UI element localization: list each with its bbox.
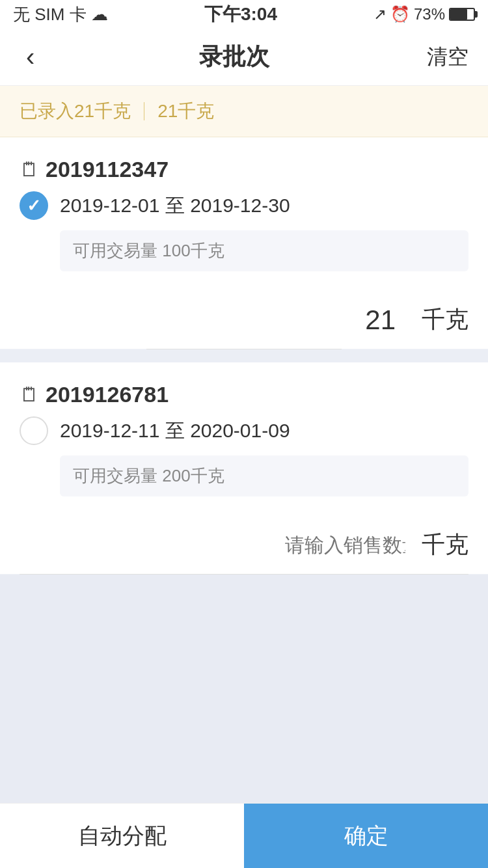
confirm-button[interactable]: 确定 [244, 804, 488, 868]
batch2-row[interactable]: 2019-12-11 至 2020-01-09 [20, 416, 468, 445]
batch1-header: 🗒 2019112347 [20, 157, 468, 182]
batch1-id: 2019112347 [46, 157, 169, 182]
status-left: 无 SIM 卡 ☁ [13, 3, 108, 26]
batch1-quantity-value: 21 [365, 305, 396, 336]
batch2-icon: 🗒 [20, 384, 39, 406]
location-icon: ↗ [373, 5, 386, 23]
page-title: 录批次 [199, 41, 269, 73]
batch2-unit: 千克 [422, 529, 468, 561]
summary-divider [144, 102, 144, 120]
status-right: ↗ ⏰ 73% [373, 5, 475, 23]
status-time: 下午3:04 [204, 2, 277, 27]
summary-banner: 已录入21千克 21千克 [0, 86, 488, 137]
summary-recorded: 已录入21千克 [20, 99, 131, 124]
batch2-header: 🗒 2019126781 [20, 382, 468, 407]
nav-bar: ‹ 录批次 清空 [0, 29, 488, 86]
summary-value: 21千克 [157, 99, 214, 124]
status-bar: 无 SIM 卡 ☁ 下午3:04 ↗ ⏰ 73% [0, 0, 488, 29]
main-content: 已录入21千克 21千克 🗒 2019112347 2019-12-01 至 2… [0, 86, 488, 868]
batch1-date: 2019-12-01 至 2019-12-30 [60, 193, 290, 219]
bottom-bar: 自动分配 确定 [0, 803, 488, 868]
back-button[interactable]: ‹ [20, 36, 41, 78]
batch2-radio[interactable] [20, 416, 48, 445]
batch1-row[interactable]: 2019-12-01 至 2019-12-30 [20, 191, 468, 220]
batch1-icon: 🗒 [20, 159, 39, 181]
battery-percent: 73% [414, 5, 445, 23]
batch1-quantity-unit: 千克 [422, 304, 468, 336]
card-separator [0, 349, 488, 362]
batch1-quantity-row: 21 千克 [0, 291, 488, 349]
batch2-card: 🗒 2019126781 2019-12-11 至 2020-01-09 可用交… [0, 362, 488, 516]
auto-distribute-button[interactable]: 自动分配 [0, 804, 244, 868]
batch2-input-row[interactable]: 千克 [0, 516, 488, 574]
batch2-date: 2019-12-11 至 2020-01-09 [60, 418, 290, 444]
clear-button[interactable]: 清空 [427, 43, 468, 72]
grey-area [0, 575, 488, 835]
batch1-card: 🗒 2019112347 2019-12-01 至 2019-12-30 可用交… [0, 137, 488, 291]
sales-quantity-input[interactable] [285, 534, 415, 556]
batch2-available: 可用交易量 200千克 [60, 455, 468, 496]
batch1-available: 可用交易量 100千克 [60, 230, 468, 271]
batch1-radio[interactable] [20, 191, 48, 220]
sim-status: 无 SIM 卡 ☁ [13, 3, 108, 26]
battery-icon [449, 8, 475, 21]
alarm-icon: ⏰ [390, 5, 410, 23]
batch2-id: 2019126781 [46, 382, 169, 407]
